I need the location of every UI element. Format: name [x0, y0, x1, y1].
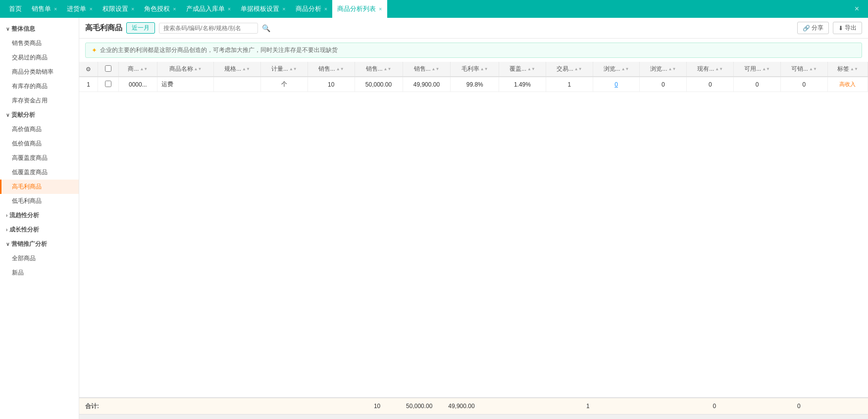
col-header-sales_qty[interactable]: 销售...▲▼ [307, 62, 355, 77]
sort-icon-name[interactable]: ▲▼ [194, 67, 202, 71]
sort-icon-sales_profit[interactable]: ▲▼ [432, 67, 440, 71]
nav-tab-权限设置[interactable]: 权限设置× [98, 0, 139, 18]
footer-cell [736, 403, 778, 410]
col-header-name[interactable]: 商品名称▲▼ [157, 62, 213, 77]
export-button[interactable]: ⬇ 导出 [833, 22, 862, 34]
nav-tab-商品分析[interactable]: 商品分析× [291, 0, 332, 18]
filter-recent-month-button[interactable]: 近一月 [126, 22, 155, 34]
sidebar-group-营销推广分析[interactable]: ∨营销推广分析 [0, 237, 79, 251]
sidebar-group-流趋性分析[interactable]: ›流趋性分析 [0, 208, 79, 223]
data-table: ⚙商...▲▼商品名称▲▼规格...▲▼计量...▲▼销售...▲▼销售...▲… [79, 62, 868, 92]
sort-icon-current[interactable]: ▲▼ [715, 67, 723, 71]
sidebar-item-有库存的商品[interactable]: 有库存的商品 [0, 79, 79, 93]
footer-cell: 10 [356, 403, 398, 410]
row-tag: 高收入 [827, 77, 868, 92]
close-tab-icon[interactable]: × [173, 6, 176, 12]
sidebar-item-高价值商品[interactable]: 高价值商品 [0, 122, 79, 137]
close-tab-icon[interactable]: × [282, 6, 285, 12]
row-view1[interactable]: 0 [593, 77, 640, 92]
sidebar-item-商品分类助销率[interactable]: 商品分类助销率 [0, 65, 79, 79]
share-button[interactable]: 🔗 分享 [797, 22, 829, 34]
col-header-spec[interactable]: 规格...▲▼ [214, 62, 261, 77]
sort-icon-code[interactable]: ▲▼ [140, 67, 148, 71]
window-close-button[interactable]: × [850, 4, 864, 13]
row-coverage: 1.49% [499, 77, 546, 92]
search-input[interactable] [159, 23, 258, 34]
sidebar-item-高毛利商品[interactable]: 高毛利商品 [0, 180, 79, 194]
main-layout: ∨整体信息销售类商品交易过的商品商品分类助销率有库存的商品库存资金占用∨贡献分析… [0, 18, 868, 419]
sort-icon-trade[interactable]: ▲▼ [574, 67, 582, 71]
nav-tab-进货单[interactable]: 进货单× [62, 0, 97, 18]
sidebar-item-新品[interactable]: 新品 [0, 266, 79, 280]
col-header-code[interactable]: 商...▲▼ [118, 62, 157, 77]
info-icon: ✦ [92, 47, 97, 54]
sidebar-group-贡献分析[interactable]: ∨贡献分析 [0, 108, 79, 122]
sidebar-group-成长性分析[interactable]: ›成长性分析 [0, 223, 79, 237]
row-sales-qty: 10 [307, 77, 355, 92]
sort-icon-coverage[interactable]: ▲▼ [527, 67, 535, 71]
col-header-available[interactable]: 可用...▲▼ [734, 62, 781, 77]
close-tab-icon[interactable]: × [324, 6, 327, 12]
col-header-checkbox[interactable] [98, 62, 118, 77]
sort-icon-view1[interactable]: ▲▼ [621, 67, 629, 71]
row-view2: 0 [640, 77, 687, 92]
nav-tab-销售单[interactable]: 销售单× [27, 0, 62, 18]
table-wrapper[interactable]: ⚙商...▲▼商品名称▲▼规格...▲▼计量...▲▼销售...▲▼销售...▲… [79, 62, 868, 397]
search-button[interactable]: 🔍 [262, 24, 270, 32]
nav-tab-产成品入库单[interactable]: 产成品入库单× [181, 0, 236, 18]
settings-icon[interactable]: ⚙ [86, 66, 91, 73]
close-tab-icon[interactable]: × [131, 6, 134, 12]
sidebar-item-低覆盖度商品[interactable]: 低覆盖度商品 [0, 165, 79, 180]
export-icon: ⬇ [838, 25, 843, 32]
close-tab-icon[interactable]: × [379, 6, 382, 12]
sort-icon-unit[interactable]: ▲▼ [289, 67, 297, 71]
close-tab-icon[interactable]: × [54, 6, 57, 12]
nav-tab-首页[interactable]: 首页 [4, 0, 27, 18]
nav-tab-角色授权[interactable]: 角色授权× [139, 0, 181, 18]
sidebar-item-低毛利商品[interactable]: 低毛利商品 [0, 194, 79, 208]
col-header-settings[interactable]: ⚙ [79, 62, 98, 77]
col-header-coverage[interactable]: 覆盖...▲▼ [499, 62, 546, 77]
sidebar-item-低价值商品[interactable]: 低价值商品 [0, 137, 79, 151]
row-sellable: 0 [780, 77, 827, 92]
page-title: 高毛利商品 [85, 23, 122, 33]
col-header-gross_margin[interactable]: 毛利率▲▼ [451, 62, 499, 77]
nav-tab-单据模板设置[interactable]: 单据模板设置× [236, 0, 290, 18]
group-arrow-icon: ∨ [6, 112, 9, 118]
col-header-sales_profit[interactable]: 销售...▲▼ [403, 62, 451, 77]
footer-label: 合计: [85, 402, 99, 411]
share-icon: 🔗 [803, 25, 810, 32]
col-header-view1[interactable]: 浏览...▲▼ [593, 62, 640, 77]
col-header-tag[interactable]: 标签▲▼ [827, 62, 868, 77]
bottom-scrollbar[interactable] [79, 414, 868, 419]
sort-icon-spec[interactable]: ▲▼ [242, 67, 250, 71]
close-tab-icon[interactable]: × [228, 6, 231, 12]
sort-icon-sales_qty[interactable]: ▲▼ [336, 67, 344, 71]
sort-icon-available[interactable]: ▲▼ [762, 67, 770, 71]
sidebar-item-全部商品[interactable]: 全部商品 [0, 251, 79, 266]
sidebar-item-交易过的商品[interactable]: 交易过的商品 [0, 50, 79, 65]
export-label: 导出 [845, 24, 857, 32]
sort-icon-sales_amt[interactable]: ▲▼ [384, 67, 392, 71]
nav-tab-商品分析列表[interactable]: 商品分析列表× [332, 0, 387, 18]
sidebar-item-高覆盖度商品[interactable]: 高覆盖度商品 [0, 151, 79, 165]
sidebar-item-库存资金占用[interactable]: 库存资金占用 [0, 93, 79, 108]
col-header-trade[interactable]: 交易...▲▼ [546, 62, 593, 77]
sort-icon-gross_margin[interactable]: ▲▼ [480, 67, 488, 71]
col-header-current[interactable]: 现有...▲▼ [687, 62, 734, 77]
sort-icon-view2[interactable]: ▲▼ [668, 67, 676, 71]
row-select-checkbox[interactable] [105, 81, 111, 87]
col-header-view2[interactable]: 浏览...▲▼ [640, 62, 687, 77]
col-header-sales_amt[interactable]: 销售...▲▼ [355, 62, 403, 77]
sort-icon-tag[interactable]: ▲▼ [850, 67, 858, 71]
row-checkbox[interactable] [98, 77, 118, 92]
sidebar-group-整体信息[interactable]: ∨整体信息 [0, 22, 79, 36]
col-header-sellable[interactable]: 可销...▲▼ [780, 62, 827, 77]
sort-icon-sellable[interactable]: ▲▼ [809, 67, 817, 71]
content-area: 高毛利商品 近一月 🔍 🔗 分享 ⬇ 导出 ✦ 企业的主要的利润都是这部分商品创… [79, 18, 868, 419]
col-header-unit[interactable]: 计量...▲▼ [260, 62, 307, 77]
close-tab-icon[interactable]: × [89, 6, 92, 12]
group-arrow-icon: ∨ [6, 26, 9, 32]
sidebar-item-销售类商品[interactable]: 销售类商品 [0, 36, 79, 50]
select-all-checkbox[interactable] [105, 65, 111, 72]
